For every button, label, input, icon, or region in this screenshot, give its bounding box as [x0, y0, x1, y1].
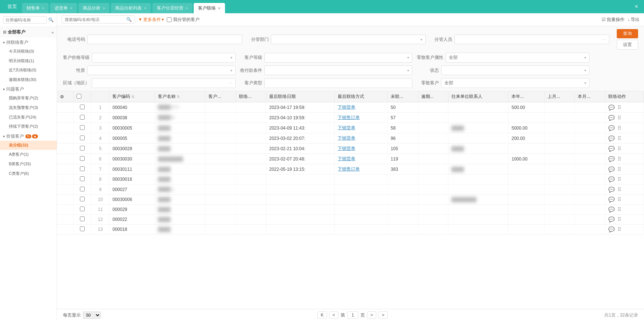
more-filters-button[interactable]: ▼ 更多条件 ▾: [138, 17, 164, 23]
manager-select[interactable]: ···: [454, 35, 609, 44]
row-checkbox-11[interactable]: [80, 216, 85, 221]
tab-product-analysis[interactable]: 商品分析 ×: [78, 3, 109, 13]
region-select[interactable]: ···: [92, 78, 236, 88]
menu-icon-10[interactable]: ⠿: [617, 207, 621, 212]
my-customers-checkbox[interactable]: [167, 17, 172, 22]
last-method-cell[interactable]: [335, 215, 388, 225]
tab-purchase-order[interactable]: 进货单 ×: [50, 3, 77, 13]
dept-select[interactable]: ▾: [271, 35, 426, 44]
home-tab[interactable]: 首页: [3, 0, 21, 13]
checkbox-col-header[interactable]: [73, 91, 91, 102]
contact-icon-5[interactable]: 💬: [608, 156, 615, 162]
checkbox-cell[interactable]: [73, 195, 91, 205]
row-checkbox-7[interactable]: [80, 176, 85, 181]
phone-input[interactable]: [87, 35, 242, 44]
checkbox-cell[interactable]: [73, 154, 91, 164]
my-customers-checkbox-area[interactable]: 我分管的客户: [167, 17, 200, 23]
close-tab-contact[interactable]: ×: [218, 6, 220, 10]
contact-icon-0[interactable]: 💬: [608, 105, 615, 110]
export-button[interactable]: ↓ 导出: [627, 17, 640, 23]
row-checkbox-3[interactable]: [80, 135, 85, 140]
last-method-cell[interactable]: 下销货单: [335, 123, 388, 133]
last-method-cell[interactable]: [335, 195, 388, 205]
close-tab-prod-analysis[interactable]: ×: [103, 6, 105, 10]
query-button[interactable]: 查询: [617, 29, 638, 38]
page-size-select[interactable]: 50 100 200: [83, 311, 101, 319]
sidebar-item-today-pending[interactable]: 今天待联络(0): [0, 47, 57, 56]
checkbox-cell[interactable]: [73, 144, 91, 154]
contact-icon-7[interactable]: 💬: [608, 176, 615, 182]
search-input[interactable]: [65, 17, 125, 22]
gender-select[interactable]: ▾: [87, 66, 236, 75]
value-customers-group[interactable]: ▾ 价值客户 ↻ ●: [0, 131, 57, 141]
contact-icon-11[interactable]: 💬: [608, 216, 615, 222]
sidebar-item-churned[interactable]: 已流失客户(24): [0, 113, 57, 122]
close-tab-purchase[interactable]: ×: [70, 6, 72, 10]
payment-select[interactable]: ▾: [264, 66, 413, 75]
tab-sales-order[interactable]: 销售单 ×: [22, 3, 49, 13]
contact-icon-3[interactable]: 💬: [608, 135, 615, 141]
checkbox-cell[interactable]: [73, 164, 91, 174]
retail-attr-select[interactable]: 全部 ▾: [446, 53, 590, 63]
last-method-link[interactable]: 下销货单: [338, 135, 355, 141]
last-method-link[interactable]: 下销货单: [338, 156, 355, 161]
menu-icon-1[interactable]: ⠿: [617, 115, 621, 121]
last-method-link[interactable]: 下销货单: [338, 105, 355, 110]
last-page-button[interactable]: >: [379, 311, 388, 319]
last-method-link[interactable]: 下销货单: [338, 146, 355, 151]
contact-icon-10[interactable]: 💬: [608, 207, 615, 212]
checkbox-cell[interactable]: [73, 215, 91, 225]
menu-icon-11[interactable]: ⠿: [617, 216, 621, 222]
last-method-cell[interactable]: 下销售订单: [335, 164, 388, 174]
checkbox-cell[interactable]: [73, 133, 91, 144]
menu-icon-2[interactable]: ⠿: [617, 125, 621, 131]
tab-customer-segmentation[interactable]: 客户分层经营 ×: [152, 3, 192, 13]
batch-ops-button[interactable]: ☑ 批量操作: [602, 17, 624, 23]
settings-col-header[interactable]: ⚙: [57, 91, 73, 102]
row-checkbox-5[interactable]: [80, 156, 85, 161]
row-checkbox-4[interactable]: [80, 146, 85, 151]
collapse-icon[interactable]: «: [52, 30, 54, 35]
menu-icon-4[interactable]: ⠿: [617, 146, 621, 152]
checkbox-cell[interactable]: [73, 205, 91, 215]
last-method-cell[interactable]: [335, 184, 388, 195]
sidebar-item-7day-pending[interactable]: 近7天待联络(0): [0, 66, 57, 75]
checkbox-cell[interactable]: [73, 102, 91, 113]
row-checkbox-12[interactable]: [80, 226, 85, 231]
checkbox-cell[interactable]: [73, 184, 91, 195]
last-method-cell[interactable]: [335, 174, 388, 184]
last-method-cell[interactable]: [335, 225, 388, 234]
menu-icon-9[interactable]: ⠿: [617, 197, 621, 202]
last-method-link[interactable]: 下销货单: [338, 125, 355, 130]
sidebar-item-churn-warning[interactable]: 流失预警客户(3): [0, 103, 57, 113]
sidebar-item-declining[interactable]: 持续下滑客户(2): [0, 122, 57, 131]
contact-icon-8[interactable]: 💬: [608, 187, 615, 193]
prev-page-button[interactable]: <: [329, 311, 338, 319]
checkbox-cell[interactable]: [73, 123, 91, 133]
menu-icon-6[interactable]: ⠿: [617, 166, 621, 172]
retail-customer-select[interactable]: 全部 ▾: [441, 78, 590, 88]
row-checkbox-8[interactable]: [80, 187, 85, 191]
code-col-header[interactable]: 客户编码 ⇅: [109, 91, 155, 102]
row-checkbox-10[interactable]: [80, 207, 85, 211]
contact-icon-9[interactable]: 💬: [608, 197, 615, 202]
sidebar-item-class-c[interactable]: C类客户(6): [0, 169, 57, 179]
sidebar-item-class-b[interactable]: B类客户(33): [0, 159, 57, 169]
contact-icon-4[interactable]: 💬: [608, 146, 615, 152]
menu-icon-8[interactable]: ⠿: [617, 187, 621, 193]
menu-icon-12[interactable]: ⠿: [617, 226, 621, 232]
row-checkbox-6[interactable]: [80, 166, 85, 171]
next-page-button[interactable]: >: [367, 311, 376, 319]
customer-level-select[interactable]: ▾: [264, 53, 413, 63]
nav-close-button[interactable]: ×: [632, 3, 641, 10]
contact-icon-1[interactable]: 💬: [608, 115, 615, 121]
sidebar-item-overdue-pending[interactable]: 逾期未联络(30): [0, 75, 57, 85]
row-checkbox-9[interactable]: [80, 197, 85, 201]
menu-icon-3[interactable]: ⠿: [617, 135, 621, 141]
problem-customers-group[interactable]: ▾ 问题客户: [0, 84, 57, 94]
sidebar-search-input[interactable]: [3, 16, 47, 24]
contact-icon-12[interactable]: 💬: [608, 226, 615, 232]
search-icon[interactable]: 🔍: [126, 17, 132, 22]
name-col-header[interactable]: 客户名称 ⇅: [155, 91, 205, 102]
last-method-cell[interactable]: [335, 205, 388, 215]
